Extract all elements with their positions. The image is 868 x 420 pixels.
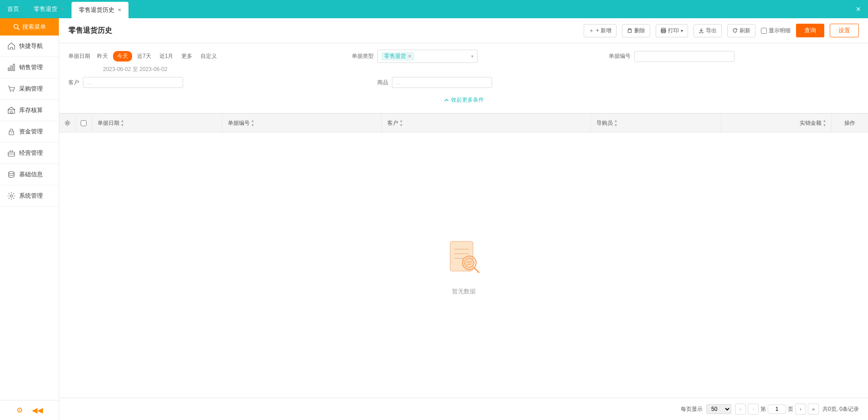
svg-point-6 [13,91,14,92]
show-detail-checkbox[interactable] [761,28,767,34]
sidebar-item-operations[interactable]: 经营管理 [0,143,59,164]
refresh-button[interactable]: 刷新 [727,24,755,37]
tab-retail-return[interactable]: 零售退货 × [26,0,72,18]
sidebar-item-system-mgmt-label: 系统管理 [19,192,43,200]
delete-button[interactable]: 删除 [622,24,650,37]
filter-customer: 客户 ... [68,77,183,88]
pagination: 每页显示 50 20 100 « ‹ 第 页 › » 共0页, 0条记录 [59,398,868,420]
tab-retail-return-close[interactable]: × [61,6,64,12]
goods-select-text: ... [396,79,488,86]
th-settings[interactable] [59,115,76,131]
th-amount-label: 实销金额 [800,119,822,127]
svg-point-26 [465,258,474,267]
per-page-label: 每页显示 [681,405,703,413]
per-page-select[interactable]: 50 20 100 [706,404,731,414]
refresh-icon [732,28,738,33]
tab-retail-return-history-label: 零售退货历史 [79,6,114,14]
column-settings-icon[interactable] [64,120,71,126]
date-btn-more[interactable]: 更多 [178,51,195,61]
th-checkbox[interactable] [76,116,92,131]
select-all-checkbox[interactable] [81,120,87,126]
chart-icon [7,63,15,72]
th-bill-date[interactable]: 单据日期 ▴▾ [92,114,222,132]
svg-rect-15 [628,30,632,33]
goods-label: 商品 [377,79,388,87]
tab-home[interactable]: 首页 [0,0,26,18]
th-guide-label: 导购员 [596,119,613,127]
customer-label: 客户 [68,79,79,87]
filter-bill-number: 单据编号 [609,51,734,62]
sidebar-search-label: 搜索菜单 [22,23,46,31]
warehouse-icon [7,106,15,114]
customer-select[interactable]: ... [83,77,183,88]
sidebar-item-basic-info[interactable]: 基础信息 [0,164,59,185]
bill-type-tag-close[interactable]: ✕ [408,54,411,59]
sort-guide-icon: ▴▾ [615,118,617,128]
home-icon [7,42,15,50]
sidebar-settings-icon[interactable]: ⚙ [16,406,23,415]
date-btn-1month[interactable]: 近1月 [156,51,177,61]
filter-bill-date: 单据日期 昨天 今天 近7天 近1月 更多 自定义 [68,51,220,61]
sidebar-search[interactable]: 搜索菜单 [0,18,59,36]
tab-retail-return-history-close[interactable]: × [118,7,121,13]
th-action-label: 操作 [844,119,855,127]
page-last-btn[interactable]: » [808,404,819,415]
sidebar-item-purchase-mgmt[interactable]: 采购管理 [0,78,59,100]
refresh-label: 刷新 [740,27,750,35]
header-actions: ＋ + 新增 删除 打印 [584,24,859,43]
goods-select[interactable]: ... [392,77,492,88]
table-area: 单据日期 ▴▾ 单据编号 ▴▾ 客户 ▴▾ [59,113,868,398]
sidebar-item-finance-label: 资金管理 [19,128,43,136]
th-amount[interactable]: 实销金额 ▴▾ [721,114,832,132]
search-icon [13,24,20,30]
shopping-icon [7,85,15,93]
sidebar-item-system-mgmt[interactable]: 系统管理 [0,185,59,207]
filter-bill-type: 单据类型 零售退货 ✕ ▾ [352,50,478,63]
page-input[interactable] [768,405,786,414]
tab-bar: 首页 零售退货 × 零售退货历史 × [0,0,848,18]
export-icon [699,28,704,33]
th-customer-label: 客户 [387,119,398,127]
print-button[interactable]: 打印 ▾ [656,24,688,37]
date-btn-custom[interactable]: 自定义 [197,51,220,61]
query-button[interactable]: 查询 [796,24,824,37]
bill-type-select[interactable]: 零售退货 ✕ ▾ [377,50,478,63]
bill-type-tag-text: 零售退货 [384,52,406,60]
page-first-btn[interactable]: « [735,404,746,415]
svg-rect-4 [13,64,15,71]
current-page-label: 第 [760,405,766,413]
add-button[interactable]: ＋ + 新增 [584,24,616,37]
show-detail-checkbox-label[interactable]: 显示明细 [761,27,791,35]
sort-customer-icon: ▴▾ [400,118,402,128]
delete-icon [627,28,632,33]
window-close-button[interactable]: × [848,5,868,14]
th-customer[interactable]: 客户 ▴▾ [382,114,591,132]
tab-retail-return-history[interactable]: 零售退货历史 × [72,2,128,18]
bill-number-label: 单据编号 [609,52,631,60]
sidebar-item-inventory[interactable]: 库存核算 [0,100,59,121]
th-bill-number[interactable]: 单据编号 ▴▾ [222,114,382,132]
empty-text: 暂无数据 [452,287,476,296]
th-bill-number-label: 单据编号 [228,119,250,127]
empty-state: 暂无数据 [59,133,868,398]
sidebar-item-operations-label: 经营管理 [19,149,43,157]
date-btn-today[interactable]: 今天 [113,51,132,61]
export-button[interactable]: 导出 [693,24,722,37]
th-guide[interactable]: 导购员 ▴▾ [591,114,721,132]
sidebar-item-sales-mgmt[interactable]: 销售管理 [0,57,59,78]
date-btn-yesterday[interactable]: 昨天 [94,51,111,61]
collapse-more-btn[interactable]: 收起更多条件 [68,93,859,107]
bill-number-input[interactable] [634,51,734,62]
set-button[interactable]: 设置 [830,24,859,37]
page-next-btn[interactable]: › [795,404,806,415]
sidebar-item-quick-nav[interactable]: 快捷导航 [0,36,59,57]
page-prev-btn[interactable]: ‹ [748,404,759,415]
print-icon [661,28,666,33]
th-action: 操作 [832,115,868,132]
sort-amount-icon: ▴▾ [823,118,826,128]
svg-point-14 [10,195,13,197]
sidebar-item-finance[interactable]: 资金管理 [0,121,59,143]
sidebar-volume-icon[interactable]: ◀◀ [32,406,43,415]
date-btn-7days[interactable]: 近7天 [134,51,154,61]
sidebar-item-sales-mgmt-label: 销售管理 [19,63,43,72]
